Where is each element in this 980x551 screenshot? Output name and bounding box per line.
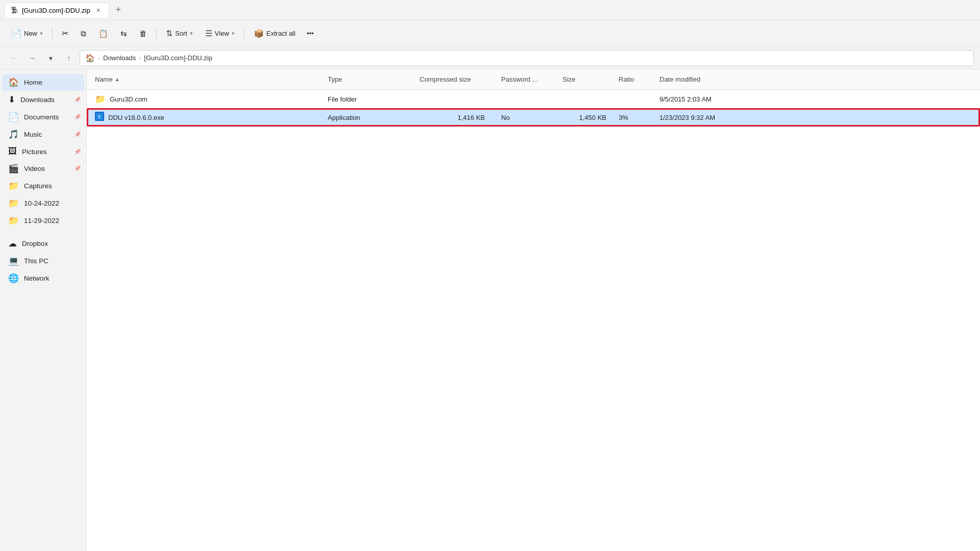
10-24-2022-icon: 📁 <box>8 198 19 209</box>
breadcrumb-downloads[interactable]: Downloads <box>103 54 136 62</box>
pin-icon-music: 📌 <box>74 131 81 138</box>
dropdown-button[interactable]: ▾ <box>43 51 58 66</box>
sort-label: Sort <box>175 30 187 37</box>
downloads-icon: ⬇ <box>8 94 15 105</box>
file-type-col: Application <box>322 114 413 121</box>
home-breadcrumb-icon: 🏠 <box>85 54 95 63</box>
sidebar-label-home: Home <box>24 79 42 86</box>
file-compressed-col: 1,416 KB <box>413 114 495 121</box>
new-button[interactable]: 📄 New ▾ <box>6 26 48 41</box>
sidebar-label-downloads: Downloads <box>20 96 55 104</box>
title-bar: 🗜 [Guru3D.com]-DDU.zip ✕ + <box>0 0 980 20</box>
sidebar-item-pictures[interactable]: 🖼Pictures📌 <box>2 143 84 160</box>
breadcrumb: 🏠 › Downloads › [Guru3D.com]-DDU.zip <box>80 50 974 66</box>
file-type-col: File folder <box>322 95 413 103</box>
paste-button[interactable]: 📋 <box>93 26 113 41</box>
music-icon: 🎵 <box>8 129 19 140</box>
tab-close-button[interactable]: ✕ <box>94 6 103 14</box>
sidebar-item-music[interactable]: 🎵Music📌 <box>2 126 84 143</box>
col-size-header[interactable]: Size <box>556 76 612 83</box>
more-options-button[interactable]: ••• <box>303 27 318 40</box>
breadcrumb-zip[interactable]: [Guru3D.com]-DDU.zip <box>144 54 212 62</box>
sidebar-label-documents: Documents <box>24 113 59 121</box>
videos-icon: 🎬 <box>8 163 19 174</box>
table-row[interactable]: 📁Guru3D.comFile folder9/5/2015 2:03 AM <box>87 90 980 108</box>
sidebar-item-this-pc[interactable]: 💻This PC <box>2 253 84 269</box>
sidebar-item-11-29-2022[interactable]: 📁11-29-2022 <box>2 212 84 229</box>
sidebar-label-pictures: Pictures <box>22 148 47 156</box>
file-ratio-col: 3% <box>612 114 653 121</box>
col-type-header[interactable]: Type <box>322 76 413 83</box>
tab-label: [Guru3D.com]-DDU.zip <box>22 7 90 14</box>
col-name-header[interactable]: Name ▲ <box>87 76 322 83</box>
sort-icon: ⇅ <box>166 29 173 38</box>
dropbox-icon: ☁ <box>8 238 17 249</box>
sidebar-item-10-24-2022[interactable]: 📁10-24-2022 <box>2 195 84 212</box>
new-arrow: ▾ <box>40 30 43 37</box>
sidebar-label-this-pc: This PC <box>24 257 48 265</box>
paste-icon: 📋 <box>99 29 108 38</box>
col-ratio-header[interactable]: Ratio <box>612 76 653 83</box>
back-button[interactable]: ← <box>6 51 21 66</box>
toolbar: 📄 New ▾ ✂ ⧉ 📋 ⇆ 🗑 ⇅ Sort ▾ ☰ View ▾ 📦 Ex… <box>0 20 980 47</box>
new-icon: 📄 <box>11 29 21 38</box>
col-compressed-header[interactable]: Compressed size <box>413 76 495 83</box>
sidebar: 🏠Home⬇Downloads📌📄Documents📌🎵Music📌🖼Pictu… <box>0 69 87 551</box>
sidebar-item-captures[interactable]: 📁Captures <box>2 178 84 194</box>
separator-2 <box>156 27 157 41</box>
file-date-col: 1/23/2023 9:32 AM <box>653 114 755 121</box>
delete-button[interactable]: 🗑 <box>134 26 152 41</box>
sidebar-item-downloads[interactable]: ⬇Downloads📌 <box>2 91 84 108</box>
move-button[interactable]: ⇆ <box>115 26 132 41</box>
file-area: Name ▲ Type Compressed size Password ...… <box>87 69 980 551</box>
sort-button[interactable]: ⇅ Sort ▾ <box>161 26 198 41</box>
cut-icon: ✂ <box>62 29 68 38</box>
new-label: New <box>24 30 37 37</box>
copy-icon: ⧉ <box>81 29 86 38</box>
separator-1 <box>52 27 53 41</box>
documents-icon: 📄 <box>8 112 19 122</box>
extract-all-button[interactable]: 📦 Extract all <box>249 26 301 41</box>
file-name-label: Guru3D.com <box>110 95 148 103</box>
sidebar-label-videos: Videos <box>24 165 45 172</box>
pictures-icon: 🖼 <box>8 146 17 157</box>
view-label: View <box>215 30 229 37</box>
sidebar-label-dropbox: Dropbox <box>22 240 48 247</box>
cut-button[interactable]: ✂ <box>57 26 74 41</box>
sidebar-item-dropbox[interactable]: ☁Dropbox <box>2 235 84 252</box>
column-headers: Name ▲ Type Compressed size Password ...… <box>87 69 980 90</box>
sidebar-item-home[interactable]: 🏠Home <box>2 74 84 91</box>
breadcrumb-sep-2: › <box>139 55 141 62</box>
sidebar-item-documents[interactable]: 📄Documents📌 <box>2 109 84 126</box>
network-icon: 🌐 <box>8 273 19 284</box>
pin-icon-videos: 📌 <box>74 165 81 172</box>
sidebar-item-network[interactable]: 🌐Network <box>2 270 84 287</box>
captures-icon: 📁 <box>8 181 19 191</box>
sidebar-spacer <box>0 230 86 235</box>
back-icon: ← <box>10 54 17 62</box>
extract-label: Extract all <box>266 30 296 37</box>
breadcrumb-sep-1: › <box>98 55 100 62</box>
delete-icon: 🗑 <box>139 29 147 38</box>
file-password-col: No <box>495 114 556 121</box>
col-date-header[interactable]: Date modified <box>653 76 755 83</box>
sidebar-item-videos[interactable]: 🎬Videos📌 <box>2 160 84 177</box>
dropdown-icon: ▾ <box>49 54 53 62</box>
title-tab[interactable]: 🗜 [Guru3D.com]-DDU.zip ✕ <box>4 3 109 17</box>
new-tab-button[interactable]: + <box>111 3 126 17</box>
view-button[interactable]: ☰ View ▾ <box>200 26 240 41</box>
file-size-col: 1,450 KB <box>556 114 612 121</box>
copy-button[interactable]: ⧉ <box>76 26 91 41</box>
sidebar-label-network: Network <box>24 274 50 282</box>
pin-icon-downloads: 📌 <box>74 96 81 103</box>
table-row[interactable]: EDDU v18.0.6.0.exeApplication1,416 KBNo1… <box>87 108 980 127</box>
pin-icon-pictures: 📌 <box>74 148 81 155</box>
up-button[interactable]: ↑ <box>61 51 77 66</box>
forward-icon: → <box>29 54 36 62</box>
main-layout: 🏠Home⬇Downloads📌📄Documents📌🎵Music📌🖼Pictu… <box>0 69 980 551</box>
sort-arrow-name: ▲ <box>115 77 120 82</box>
col-password-header[interactable]: Password ... <box>495 76 556 83</box>
this-pc-icon: 💻 <box>8 256 19 266</box>
sort-arrow: ▾ <box>190 30 193 37</box>
forward-button[interactable]: → <box>24 51 40 66</box>
